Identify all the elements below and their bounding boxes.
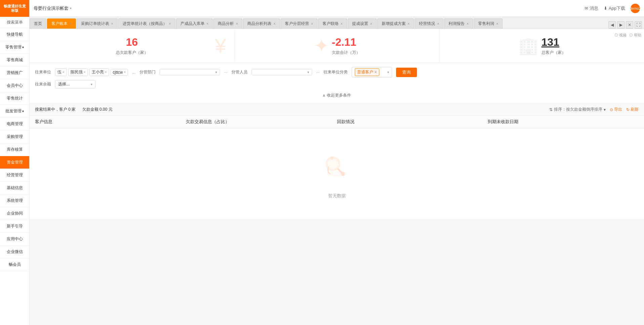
export-button[interactable]: ⊙ 导出: [610, 107, 622, 112]
tab-label-product-inbound: 产成品入库单: [180, 21, 205, 27]
tab-close-purchase-order[interactable]: ×: [111, 22, 113, 26]
tab-label-purchase-stats: 进货单统计表（按商品）: [123, 21, 167, 27]
tab-customer-segment[interactable]: 客户分层经营×: [281, 19, 317, 29]
tab-profit-report[interactable]: 利润报告×: [444, 19, 473, 29]
sidebar-item-wholesale[interactable]: 批发管理: [0, 105, 29, 118]
balance-label: 往来余额: [35, 81, 51, 87]
sidebar-item-vip[interactable]: 畅会员: [0, 258, 29, 271]
unit-type-select[interactable]: 普通客户 ✕ ▾: [352, 67, 392, 77]
tab-close-profit-report[interactable]: ×: [467, 22, 469, 26]
tab-tip-settings[interactable]: 提成设置×: [348, 19, 377, 29]
unit-type-tag: 普通客户 ✕: [355, 68, 379, 76]
tab-next-button[interactable]: ▶: [617, 21, 625, 29]
query-button[interactable]: 查询: [396, 68, 417, 77]
tabbar-controls: ◀ ▶ ✕ ⛶: [606, 21, 644, 29]
tab-close-tip-settings[interactable]: ×: [370, 22, 372, 26]
tabbar: 首页客户账本×采购订单统计表×进货单统计表（按商品）×产成品入库单×商品分析×商…: [30, 17, 644, 29]
message-button[interactable]: ✉ 消息: [585, 5, 598, 11]
sidebar-item-retail-mall[interactable]: 零售商城: [0, 54, 29, 67]
tab-close-customer-contact[interactable]: ×: [341, 22, 343, 26]
stat-debit-customers: 16 总欠款客户（家） ¥: [30, 30, 234, 62]
balance-select[interactable]: 选择... ▾: [55, 80, 95, 88]
sidebar-item-ecommerce[interactable]: 电商管理: [0, 118, 29, 131]
tab-label-product-analysis: 商品分析: [218, 21, 234, 27]
sidebar-item-capital[interactable]: 资金管理: [0, 156, 29, 169]
tab-close-purchase-stats[interactable]: ×: [169, 22, 171, 26]
message-icon: ✉: [585, 6, 588, 11]
tab-label-customer-segment: 客户分层经营: [285, 21, 309, 27]
filter-row-2: 往来余额 选择... ▾: [35, 80, 639, 88]
tab-label-customer-account: 客户账本: [51, 21, 68, 27]
total-customers-label: 总客户（家）: [542, 50, 566, 56]
app-download-button[interactable]: ⬇ App下载: [604, 5, 625, 11]
unit-type-tag-close[interactable]: ✕: [374, 70, 377, 74]
dept-select[interactable]: ▾: [160, 69, 220, 75]
tab-close-product-analysis[interactable]: ×: [236, 22, 238, 26]
tab-customer-account[interactable]: 客户账本×: [47, 19, 76, 29]
tab-product-analysis[interactable]: 商品分析×: [213, 19, 242, 29]
sidebar-quicknav[interactable]: 快捷导航: [0, 28, 29, 41]
video-link[interactable]: ◎ 视频: [614, 33, 627, 38]
tag-close-陈民强[interactable]: ×: [84, 70, 86, 74]
tab-close-customer-segment[interactable]: ×: [311, 22, 313, 26]
tab-product-inbound[interactable]: 产成品入库单×: [176, 19, 213, 29]
sidebar-item-system[interactable]: 系统管理: [0, 194, 29, 207]
tab-expand-button[interactable]: ⛶: [635, 21, 642, 29]
filter-more-tags[interactable]: ...: [132, 70, 135, 75]
tab-close-business-situation[interactable]: ×: [437, 22, 439, 26]
filter-tag-王小亮: 王小亮 ×: [89, 68, 109, 76]
sidebar-item-member[interactable]: 会员中心: [0, 79, 29, 92]
person-more-btn[interactable]: ···: [316, 70, 319, 75]
tag-close-伍[interactable]: ×: [62, 70, 65, 74]
tab-close-product-inbound[interactable]: ×: [207, 22, 209, 26]
avatar[interactable]: demo2: [631, 4, 640, 13]
tab-prev-button[interactable]: ◀: [608, 21, 616, 29]
debit-total-value: -2.11: [332, 36, 360, 48]
topbar-right: ✉ 消息 ⬇ App下载 demo2: [585, 4, 640, 13]
sidebar-search-item[interactable]: 搜索菜单: [0, 17, 29, 28]
account-selector[interactable]: 母婴行业演示帐套 ▾: [34, 5, 72, 11]
tab-close-customer-account[interactable]: ×: [70, 22, 72, 26]
chevron-up-icon: ∧: [323, 93, 326, 98]
sidebar-item-marketing[interactable]: 营销推广: [0, 67, 29, 79]
stat-debit-total: ✦ -2.11 欠款合计（万）: [234, 29, 439, 63]
sidebar-item-purchase[interactable]: 采购管理: [0, 131, 29, 143]
sidebar-item-wechat[interactable]: 企业微信: [0, 246, 29, 258]
topbar-left: 母婴行业演示帐套 ▾: [34, 5, 72, 11]
person-select[interactable]: ▾: [252, 69, 312, 75]
sidebar-item-operation[interactable]: 经营管理: [0, 169, 29, 182]
tag-close-王小亮[interactable]: ×: [105, 70, 107, 74]
sort-button[interactable]: ⇅ 排序：按欠款金额倒序排序 ▾: [549, 107, 606, 112]
tab-business-situation[interactable]: 经营情况×: [415, 19, 443, 29]
sidebar-item-newbie[interactable]: 新手引导: [0, 220, 29, 233]
building-bg-icon: 🏢: [518, 36, 539, 56]
help-link[interactable]: ◎ 帮助: [629, 33, 641, 38]
tab-close-retail-profit[interactable]: ×: [496, 22, 498, 26]
svg-point-5: [330, 156, 334, 160]
sidebar-item-enterprise[interactable]: 企业协同: [0, 207, 29, 220]
sidebar-item-retail-stat[interactable]: 零售统计: [0, 92, 29, 105]
tab-home[interactable]: 首页: [30, 19, 46, 29]
sidebar-item-retail[interactable]: 零售管理: [0, 41, 29, 54]
tab-label-business-situation: 经营情况: [419, 21, 435, 27]
tag-close-cjttcw[interactable]: ×: [124, 70, 126, 74]
tab-purchase-order[interactable]: 采购订单统计表×: [77, 19, 118, 29]
refresh-icon: ↻: [626, 107, 630, 112]
sidebar-item-inventory[interactable]: 库存核算: [0, 143, 29, 156]
tab-customer-contact[interactable]: 客户联络×: [318, 19, 347, 29]
dept-more-btn[interactable]: ···: [224, 70, 227, 75]
sort-icon: ⇅: [549, 107, 553, 112]
tab-close-new-tip-plan[interactable]: ×: [408, 22, 410, 26]
sidebar-item-basic[interactable]: 基础信息: [0, 182, 29, 194]
refresh-button[interactable]: ↻ 刷新: [626, 107, 639, 112]
tab-close-product-analysis-list[interactable]: ×: [273, 22, 275, 26]
sidebar-item-app-center[interactable]: 应用中心: [0, 233, 29, 246]
chevron-down-dept-icon: ▾: [215, 70, 217, 74]
tab-label-tip-settings: 提成设置: [352, 21, 368, 27]
tab-close-all-button[interactable]: ✕: [626, 21, 633, 29]
tab-retail-profit[interactable]: 零售利润×: [474, 19, 503, 29]
tab-new-tip-plan[interactable]: 新增提成方案×: [377, 19, 414, 29]
collapse-button[interactable]: ∧ 收起更多条件: [323, 91, 351, 100]
tab-product-analysis-list[interactable]: 商品分析列表×: [243, 19, 280, 29]
tab-purchase-stats[interactable]: 进货单统计表（按商品）×: [118, 19, 175, 29]
